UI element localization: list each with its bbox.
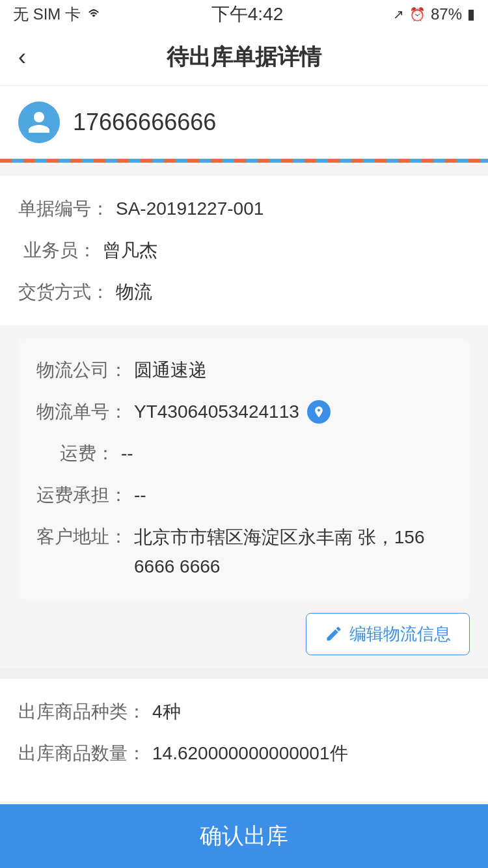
tracking-number-container: YT43064053424113: [134, 398, 452, 426]
logistics-company-value: 圆通速递: [134, 357, 452, 384]
freight-label: 运费：: [36, 440, 121, 467]
goods-quantity-row: 出库商品数量： 14.620000000000001件: [18, 740, 470, 767]
delivery-method-value: 物流: [116, 278, 470, 306]
salesman-label: 业务员：: [18, 237, 103, 264]
goods-quantity-label: 出库商品数量：: [18, 740, 152, 767]
status-left: 无 SIM 卡: [13, 4, 102, 25]
order-info-section: 单据编号： SA-20191227-001 业务员： 曾凡杰 交货方式： 物流: [0, 176, 488, 325]
dashed-divider: [0, 159, 488, 163]
customer-phone: 17666666666: [73, 109, 216, 136]
salesman-value: 曾凡杰: [103, 237, 470, 264]
confirm-bar[interactable]: 确认出库: [0, 804, 488, 868]
confirm-label: 确认出库: [200, 821, 288, 851]
logistics-card: 物流公司： 圆通速递 物流单号： YT43064053424113 运费： --…: [18, 338, 470, 600]
wifi-icon: [86, 5, 102, 23]
goods-section: 出库商品种类： 4种 出库商品数量： 14.620000000000001件: [0, 679, 488, 801]
edit-icon: [325, 625, 343, 643]
edit-logistics-container: 编辑物流信息: [0, 613, 488, 668]
customer-section: 17666666666: [0, 86, 488, 159]
nav-bar: ‹ 待出库单据详情: [0, 29, 488, 86]
delivery-method-row: 交货方式： 物流: [18, 278, 470, 306]
tracking-number-row: 物流单号： YT43064053424113: [36, 398, 452, 426]
map-pin-icon: [312, 405, 325, 418]
track-location-button[interactable]: [307, 400, 331, 424]
alarm-icon: ⏰: [409, 7, 426, 22]
battery-icon: ▮: [467, 6, 475, 23]
carrier-text: 无 SIM 卡: [13, 4, 81, 25]
salesman-row: 业务员： 曾凡杰: [18, 237, 470, 264]
edit-logistics-button[interactable]: 编辑物流信息: [306, 613, 470, 655]
tracking-number-value: YT43064053424113: [134, 398, 299, 426]
status-right: ↗ ⏰ 87% ▮: [393, 5, 475, 23]
goods-quantity-value: 14.620000000000001件: [152, 740, 470, 767]
edit-logistics-label: 编辑物流信息: [349, 623, 451, 645]
freight-bearer-value: --: [134, 481, 452, 509]
document-number-label: 单据编号：: [18, 195, 116, 223]
document-number-value: SA-20191227-001: [116, 195, 470, 223]
goods-types-label: 出库商品种类：: [18, 698, 152, 726]
freight-row: 运费： --: [36, 440, 452, 467]
avatar: [18, 102, 60, 143]
freight-value: --: [121, 440, 452, 467]
back-button[interactable]: ‹: [18, 44, 26, 71]
delivery-method-label: 交货方式：: [18, 278, 116, 306]
section-divider: [0, 668, 488, 679]
goods-types-value: 4种: [152, 698, 470, 726]
logistics-company-row: 物流公司： 圆通速递: [36, 357, 452, 384]
status-bar: 无 SIM 卡 下午4:42 ↗ ⏰ 87% ▮: [0, 0, 488, 29]
page-title: 待出库单据详情: [167, 42, 321, 72]
status-time: 下午4:42: [211, 2, 284, 27]
freight-bearer-label: 运费承担：: [36, 481, 134, 509]
tracking-number-label: 物流单号：: [36, 398, 134, 426]
address-row: 客户地址： 北京市市辖区海淀区永丰南 张，156 6666 6666: [36, 523, 452, 582]
user-icon: [26, 109, 52, 135]
address-value: 北京市市辖区海淀区永丰南 张，156 6666 6666: [134, 523, 452, 582]
location-service-icon: ↗: [393, 7, 404, 22]
address-label: 客户地址：: [36, 523, 134, 550]
freight-bearer-row: 运费承担： --: [36, 481, 452, 509]
goods-types-row: 出库商品种类： 4种: [18, 698, 470, 726]
document-number-row: 单据编号： SA-20191227-001: [18, 195, 470, 223]
battery-percentage: 87%: [431, 5, 462, 23]
logistics-company-label: 物流公司：: [36, 357, 134, 384]
